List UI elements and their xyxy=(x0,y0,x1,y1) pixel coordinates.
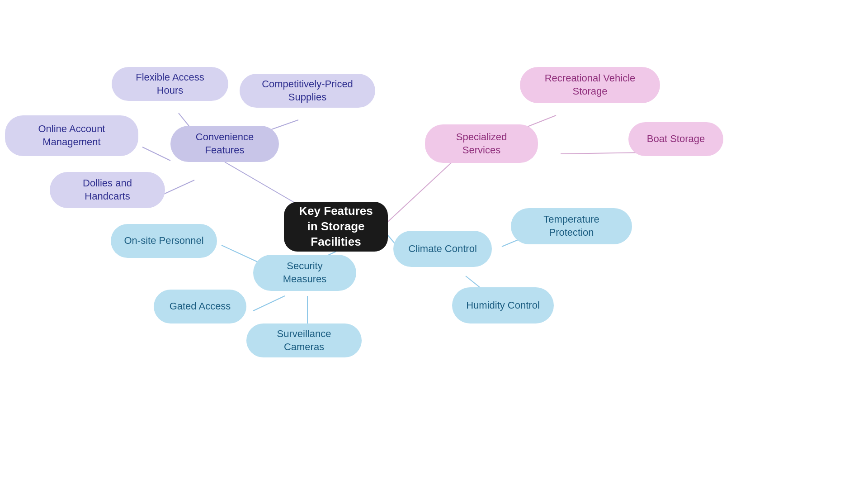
online-label: Online Account Management xyxy=(18,123,126,148)
svg-line-10 xyxy=(253,296,285,311)
security-node: Security Measures xyxy=(253,255,356,291)
rv-label: Recreational Vehicle Storage xyxy=(533,72,647,98)
flexible-node: Flexible Access Hours xyxy=(112,67,228,101)
boat-node: Boat Storage xyxy=(628,122,723,156)
center-node: Key Features in Storage Facilities xyxy=(284,202,388,252)
rv-node: Recreational Vehicle Storage xyxy=(520,67,660,103)
convenience-label: Convenience Features xyxy=(183,131,266,157)
flexible-label: Flexible Access Hours xyxy=(124,71,216,97)
security-label: Security Measures xyxy=(266,260,344,285)
online-node: Online Account Management xyxy=(5,115,138,156)
specialized-label: Specialized Services xyxy=(438,131,525,157)
surveillance-node: Surveillance Cameras xyxy=(246,323,362,357)
humidity-label: Humidity Control xyxy=(466,299,540,312)
supplies-node: Competitively-Priced Supplies xyxy=(240,74,375,108)
onsite-node: On-site Personnel xyxy=(111,224,217,258)
boat-label: Boat Storage xyxy=(647,133,705,146)
dollies-node: Dollies and Handcarts xyxy=(50,172,165,208)
svg-line-5 xyxy=(388,162,452,222)
gated-node: Gated Access xyxy=(154,290,246,323)
humidity-node: Humidity Control xyxy=(452,287,554,323)
climate-label: Climate Control xyxy=(408,243,477,256)
svg-line-7 xyxy=(561,152,646,154)
temperature-label: Temperature Protection xyxy=(524,213,619,239)
specialized-node: Specialized Services xyxy=(425,124,538,163)
convenience-node: Convenience Features xyxy=(170,126,279,162)
svg-line-2 xyxy=(142,147,170,161)
climate-node: Climate Control xyxy=(393,231,492,267)
onsite-label: On-site Personnel xyxy=(124,234,203,247)
gated-label: Gated Access xyxy=(170,300,231,313)
surveillance-label: Surveillance Cameras xyxy=(259,328,349,353)
dollies-label: Dollies and Handcarts xyxy=(62,177,152,203)
svg-line-3 xyxy=(163,180,194,195)
supplies-label: Competitively-Priced Supplies xyxy=(252,78,363,104)
center-label: Key Features in Storage Facilities xyxy=(297,204,375,249)
temperature-node: Temperature Protection xyxy=(511,208,632,244)
